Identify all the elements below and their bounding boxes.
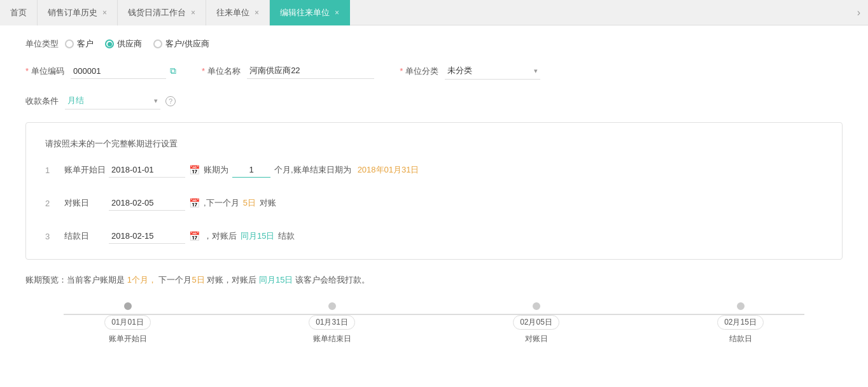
radio-supplier[interactable]: 供应商 (105, 38, 142, 50)
timeline-badge-1: 01月31日 (309, 315, 355, 330)
timeline-dot-3 (737, 302, 745, 310)
timeline-label-2: 对账日 (525, 334, 548, 344)
timeline-dot-0 (124, 302, 132, 310)
tab-home-label: 首页 (10, 7, 27, 18)
cal-icon-1[interactable]: 📅 (189, 165, 200, 175)
suffix-highlight-3: 同月15日 (241, 230, 274, 242)
settings-title: 请按照未来的一个完整帐期进行设置 (45, 138, 823, 150)
payment-help-icon[interactable]: ? (165, 96, 176, 106)
unit-category-value: 未分类 (447, 65, 530, 76)
tab-edit-partner[interactable]: 编辑往来单位 × (270, 0, 350, 25)
payment-dropdown-arrow: ▾ (154, 97, 158, 105)
suffix-after-3: 结款 (278, 230, 295, 242)
preview-part4: 该客户会给我打款。 (295, 275, 370, 285)
tab-bar: 首页 销售订单历史 × 钱货日清工作台 × 往来单位 × 编辑往来单位 × › (0, 0, 868, 25)
unit-code-input[interactable] (71, 64, 166, 79)
preview-part2-before: 下一个月 (158, 275, 192, 285)
preview-label: 账期预览：当前客户账期是 (25, 275, 125, 285)
unit-code-copy-icon[interactable]: ⧉ (170, 66, 176, 76)
row-label-3: 结款日 (64, 230, 109, 242)
radio-supplier-label: 供应商 (117, 38, 142, 50)
setting-row-1: 1 账单开始日 📅 账期为 个月,账单结束日期为 2018年01月31日 (45, 162, 823, 178)
radio-both[interactable]: 客户/供应商 (153, 38, 209, 50)
radio-both-circle (153, 39, 162, 48)
row-number-1: 1 (45, 165, 64, 175)
timeline-item-1: 01月31日 账单结束日 (230, 302, 434, 344)
payment-field: 收款条件 月结 ▾ ? (25, 92, 176, 109)
period-input[interactable] (232, 162, 270, 178)
period-end-date: 2018年01月31日 (358, 164, 419, 176)
unit-name-input[interactable] (247, 64, 374, 79)
radio-customer[interactable]: 客户 (65, 38, 94, 50)
timeline-label-0: 账单开始日 (109, 334, 147, 344)
row-label-2: 对账日 (64, 197, 109, 209)
main-content: 单位类型 客户 供应商 客户/供应商 * 单位编码 (0, 25, 868, 387)
cal-icon-3[interactable]: 📅 (189, 231, 200, 241)
date-input-2[interactable] (109, 195, 185, 211)
unit-category-star: * (400, 66, 403, 76)
timeline-item-0: 01月01日 账单开始日 (25, 302, 230, 344)
date-input-3[interactable] (109, 229, 185, 244)
tab-cash-work[interactable]: 钱货日清工作台 × (118, 0, 206, 25)
unit-type-label: 单位类型 (25, 38, 59, 50)
date-input-1[interactable] (109, 162, 185, 178)
suffix-before-3: ，对账后 (204, 230, 237, 242)
preview-part3-highlight: 同月15日 (259, 275, 293, 285)
payment-row: 收款条件 月结 ▾ ? (25, 92, 843, 109)
unit-code-field: * 单位编码 ⧉ (25, 64, 176, 79)
timeline-badge-0: 01月01日 (104, 315, 151, 330)
timeline-badge-3: 02月15日 (717, 315, 764, 330)
radio-supplier-circle (105, 39, 114, 48)
unit-code-star: * (25, 66, 29, 76)
payment-label: 收款条件 (25, 95, 59, 107)
suffix-before-2: ,下一个月 (204, 197, 239, 209)
tab-cash-work-close[interactable]: × (191, 8, 195, 17)
timeline-dot-1 (328, 302, 336, 310)
payment-value: 月结 (67, 95, 150, 106)
tab-sales-history-close[interactable]: × (102, 8, 107, 17)
radio-group: 客户 供应商 客户/供应商 (65, 38, 209, 50)
unit-category-label: 单位分类 (405, 66, 438, 77)
payment-dropdown[interactable]: 月结 ▾ (65, 92, 160, 109)
tab-arrow[interactable]: › (850, 0, 868, 25)
tab-home[interactable]: 首页 (0, 0, 38, 25)
row-label-1: 账单开始日 (64, 164, 109, 176)
preview-part2-highlight: 5日 (192, 275, 204, 285)
suffix-highlight-2: 5日 (243, 197, 256, 209)
setting-row-3: 3 结款日 📅 ，对账后 同月15日 结款 (45, 229, 823, 244)
row-number-3: 3 (45, 232, 64, 241)
tab-partner-units-label: 往来单位 (216, 7, 249, 18)
radio-customer-label: 客户 (77, 38, 94, 50)
tab-sales-history[interactable]: 销售订单历史 × (38, 0, 118, 25)
tab-sales-history-label: 销售订单历史 (48, 7, 97, 18)
unit-type-field: 单位类型 客户 供应商 客户/供应商 (25, 38, 209, 50)
tab-cash-work-label: 钱货日清工作台 (128, 7, 186, 18)
tab-partner-units[interactable]: 往来单位 × (206, 0, 270, 25)
unit-code-label: 单位编码 (31, 66, 64, 77)
timeline-item-2: 02月05日 对账日 (434, 302, 638, 344)
tab-partner-units-close[interactable]: × (255, 8, 259, 17)
suffix-after-2: 对账 (260, 197, 276, 209)
unit-category-dropdown[interactable]: 未分类 ▾ (445, 62, 540, 80)
unit-name-field: * 单位名称 (202, 64, 374, 79)
radio-both-label: 客户/供应商 (165, 38, 209, 50)
tab-edit-partner-label: 编辑往来单位 (280, 7, 330, 18)
period-label-before: 账期为 (204, 164, 228, 176)
timeline-items: 01月01日 账单开始日 01月31日 账单结束日 02月05日 对账日 02月… (25, 302, 843, 344)
setting-row-2: 2 对账日 📅 ,下一个月 5日 对账 (45, 195, 823, 211)
cal-icon-2[interactable]: 📅 (189, 198, 200, 208)
radio-customer-circle (65, 39, 74, 48)
unit-category-arrow: ▾ (534, 67, 538, 75)
timeline-item-3: 02月15日 结款日 (638, 302, 843, 344)
unit-info-row: * 单位编码 ⧉ * 单位名称 * 单位分类 未分类 ▾ (25, 62, 843, 80)
timeline-label-3: 结款日 (729, 334, 752, 344)
settings-box: 请按照未来的一个完整帐期进行设置 1 账单开始日 📅 账期为 个月,账单结束日期… (25, 122, 843, 260)
tab-edit-partner-close[interactable]: × (335, 8, 339, 17)
preview-part3-before: 对账，对账后 (207, 275, 256, 285)
row-number-2: 2 (45, 199, 64, 208)
period-label-after: 个月,账单结束日期为 (274, 164, 351, 176)
timeline-label-1: 账单结束日 (313, 334, 351, 344)
timeline-badge-2: 02月05日 (513, 315, 559, 330)
preview-text: 账期预览：当前客户账期是 1个月， 下一个月5日 对账，对账后 同月15日 该客… (25, 272, 843, 287)
unit-name-star: * (202, 66, 205, 76)
